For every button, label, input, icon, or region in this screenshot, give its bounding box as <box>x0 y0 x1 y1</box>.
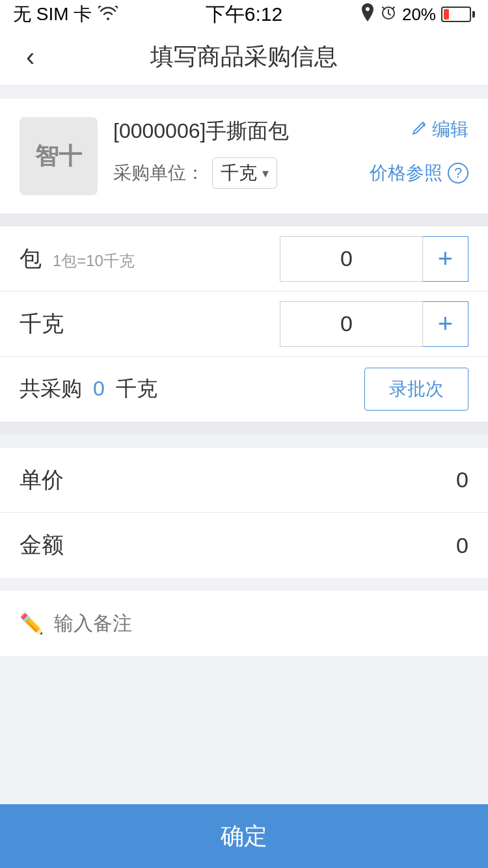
kg-label: 千克 <box>20 309 280 339</box>
product-header: [0000006]手撕面包 编辑 <box>113 117 468 146</box>
kg-quantity-input[interactable] <box>280 301 423 347</box>
unit-label: 采购单位： <box>113 161 204 185</box>
battery-percent: 20% <box>402 5 436 25</box>
product-full-name: [0000006]手撕面包 <box>113 117 289 146</box>
kg-unit-label: 千克 <box>20 311 64 336</box>
product-image: 智十 <box>20 117 98 195</box>
edit-icon <box>411 121 428 138</box>
confirm-button[interactable]: 确定 <box>0 804 488 868</box>
pencil-icon: ✏️ <box>20 612 44 635</box>
unit-price-label: 单价 <box>20 465 456 495</box>
notes-input[interactable] <box>54 612 468 634</box>
quantity-section: 包 1包=10千克 + 千克 + <box>0 226 488 357</box>
alarm-icon <box>380 4 397 25</box>
kg-quantity-row: 千克 + <box>0 292 488 357</box>
bag-quantity-row: 包 1包=10千克 + <box>0 226 488 292</box>
unit-price-row: 单价 0 <box>0 448 488 513</box>
amount-row: 金额 0 <box>0 513 488 578</box>
nav-bar: ‹ 填写商品采购信息 <box>0 29 488 86</box>
status-time: 下午6:12 <box>206 1 282 28</box>
section-divider-1 <box>0 213 488 226</box>
kg-input-control: + <box>280 301 468 347</box>
amount-label: 金额 <box>20 530 456 560</box>
back-button[interactable]: ‹ <box>20 36 41 78</box>
bag-conversion-label: 1包=10千克 <box>53 252 135 269</box>
unit-value: 千克 <box>221 161 257 185</box>
bag-plus-button[interactable]: + <box>423 236 468 282</box>
amount-value: 0 <box>456 533 468 558</box>
product-card: 智十 [0000006]手撕面包 编辑 采购单位： 千克 ▾ 价格参照 <box>0 99 488 213</box>
price-section: 单价 0 金额 0 <box>0 448 488 578</box>
bag-quantity-input[interactable] <box>280 236 423 282</box>
unit-select-button[interactable]: 千克 ▾ <box>212 157 277 189</box>
chevron-down-icon: ▾ <box>262 165 269 181</box>
unit-price-value: 0 <box>456 467 468 493</box>
batch-button[interactable]: 录批次 <box>364 368 468 411</box>
total-value: 0 <box>93 377 105 400</box>
bag-input-control: + <box>280 236 468 282</box>
bag-unit-label: 包 <box>20 246 42 271</box>
product-unit-row: 采购单位： 千克 ▾ 价格参照 ? <box>113 157 468 189</box>
battery-icon <box>441 7 475 22</box>
wifi-icon <box>98 4 118 25</box>
total-text: 共采购 0 千克 <box>20 375 157 403</box>
page-title: 填写商品采购信息 <box>150 41 338 73</box>
notes-section: ✏️ <box>0 591 488 656</box>
status-left: 无 SIM 卡 <box>13 2 118 27</box>
price-ref-button[interactable]: 价格参照 ? <box>370 161 468 185</box>
total-section: 共采购 0 千克 录批次 <box>0 357 488 422</box>
kg-plus-button[interactable]: + <box>423 301 468 347</box>
empty-space <box>0 656 488 786</box>
product-info: [0000006]手撕面包 编辑 采购单位： 千克 ▾ 价格参照 ? <box>113 117 468 189</box>
status-bar: 无 SIM 卡 下午6:12 20% <box>0 0 488 29</box>
product-logo-text: 智十 <box>35 141 82 172</box>
status-right: 20% <box>360 3 475 26</box>
info-icon: ? <box>448 163 468 183</box>
section-divider-2 <box>0 422 488 435</box>
carrier-label: 无 SIM 卡 <box>13 2 92 27</box>
edit-button[interactable]: 编辑 <box>411 117 468 142</box>
bag-label: 包 1包=10千克 <box>20 244 280 274</box>
location-icon <box>360 3 375 26</box>
